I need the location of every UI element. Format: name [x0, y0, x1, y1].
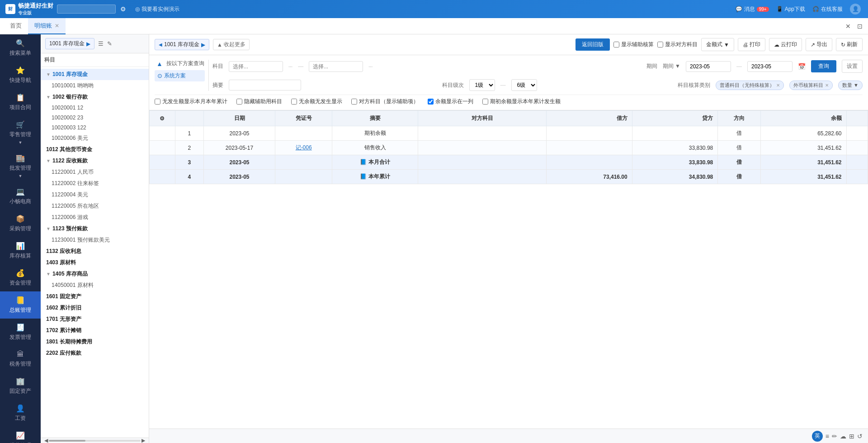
tab-close-all-btn[interactable]: ✕	[844, 21, 853, 32]
sidebar-item-inventory[interactable]: 📊 库存核算	[0, 237, 41, 264]
no-balance2-checkbox[interactable]: 无余额无发生显示	[291, 98, 342, 105]
tree-node-11220002[interactable]: 11220002 往来标签	[41, 178, 149, 189]
return-old-btn[interactable]: 返回旧版	[576, 38, 610, 51]
company-input[interactable]	[57, 5, 116, 14]
no-balance-checkbox[interactable]: 无发生额显示本月本年累计	[155, 98, 227, 105]
bottom-btn-translate[interactable]: 英	[812, 431, 823, 442]
app-download-btn[interactable]: 📱 App下载	[776, 5, 805, 13]
tree-node-1122[interactable]: ▼ 1122 应收账款	[41, 155, 149, 167]
tree-node-10010001[interactable]: 10010001 哟哟哟	[41, 80, 149, 91]
show-aux-checkbox[interactable]: 显示辅助核算	[613, 41, 654, 48]
period-start-input[interactable]	[686, 61, 731, 72]
tree-node-1702[interactable]: 1702 累计摊销	[41, 325, 149, 336]
category-tag-2[interactable]: 外币核算科目✕	[789, 81, 833, 90]
settings-icon-btn[interactable]: ⚙	[118, 4, 128, 14]
demo-link[interactable]: ◎ 我要看实例演示	[135, 5, 179, 13]
amount-style-btn[interactable]: 金额式 ▼	[701, 38, 734, 51]
tree-node-10020002[interactable]: 10020002 23	[41, 113, 149, 123]
hide-aux-checkbox[interactable]: 隐藏辅助用科目	[236, 98, 282, 105]
filter-collapse-btn[interactable]: ▲	[155, 60, 165, 67]
show-opposite-checkbox[interactable]: 显示对方科目	[657, 41, 698, 48]
category-tag-1-close[interactable]: ✕	[776, 83, 780, 88]
bottom-btn-menu[interactable]: ≡	[826, 433, 829, 440]
level-from-select[interactable]: 1级2级3级	[469, 79, 495, 91]
sidebar-item-search[interactable]: 🔍 搜索菜单	[0, 34, 41, 62]
level-to-select[interactable]: 6级5级4级	[511, 79, 537, 91]
category-tag-2-close[interactable]: ✕	[825, 83, 829, 88]
sidebar-item-assets[interactable]: 🏢 固定资产	[0, 372, 41, 400]
tree-node-11220005[interactable]: 11220005 所在地区	[41, 200, 149, 212]
tab-expand-btn[interactable]: ⊡	[855, 21, 864, 32]
refresh-btn[interactable]: ↻ 刷新	[836, 38, 863, 51]
tree-node-11220004[interactable]: 11220004 美元	[41, 189, 149, 200]
tree-node-1001[interactable]: ▼ 1001 库存现金	[41, 69, 149, 80]
show-opp-input[interactable]	[351, 99, 357, 105]
tree-node-2202[interactable]: 2202 应付账款	[41, 348, 149, 359]
calendar-icon1[interactable]: 📅	[798, 63, 806, 70]
quantity-tag[interactable]: 数量 ▼	[838, 81, 863, 90]
no-balance2-input[interactable]	[291, 99, 297, 105]
tree-node-1012[interactable]: 1012 其他货币资金	[41, 144, 149, 155]
bottom-btn-cloud[interactable]: ☁	[840, 433, 846, 440]
more-btn[interactable]: ▲ 收起更多	[213, 39, 250, 50]
account-filter-input2[interactable]	[309, 61, 363, 72]
tree-node-1123[interactable]: ▼ 1123 预付账款	[41, 223, 149, 234]
sidebar-item-wholesale[interactable]: 🏬 批发管理 ▼	[0, 149, 41, 183]
tree-node-11220001[interactable]: 11220001 人民币	[41, 167, 149, 178]
period-balance-input[interactable]	[482, 99, 488, 105]
tree-node-1602[interactable]: 1602 累计折旧	[41, 302, 149, 314]
sidebar-item-capital[interactable]: 💰 资金管理	[0, 264, 41, 291]
voucher-link[interactable]: 记-006	[296, 144, 312, 151]
category-tag-1[interactable]: 普通科目（无特殊核算）✕	[716, 81, 784, 90]
sidebar-item-biz[interactable]: 📈 经营管理	[0, 427, 41, 443]
show-opp-checkbox[interactable]: 对方科目（显示辅助项）	[351, 98, 419, 105]
tree-node-11220006[interactable]: 11220006 游戏	[41, 212, 149, 223]
query-btn[interactable]: 查询	[811, 60, 836, 72]
sidebar-item-retail[interactable]: 🛒 零售管理 ▼	[0, 116, 41, 149]
sidebar-item-ecom[interactable]: 💻 小畅电商	[0, 183, 41, 210]
col-settings[interactable]: ⚙	[150, 111, 175, 126]
sidebar-item-tax[interactable]: 🏛 税务管理	[0, 346, 41, 372]
tree-node-1601[interactable]: 1601 固定资产	[41, 291, 149, 302]
account-filter-input[interactable]	[229, 61, 283, 72]
bottom-btn-grid[interactable]: ⊞	[849, 433, 854, 440]
tab-ledger[interactable]: 明细账 ✕	[28, 18, 66, 34]
user-btn[interactable]: 👤	[850, 4, 863, 14]
online-service-btn[interactable]: 🎧 在线客服	[812, 5, 843, 13]
show-opposite-input[interactable]	[657, 42, 663, 48]
bottom-btn-edit[interactable]: ✏	[832, 433, 837, 440]
tree-node-14050001[interactable]: 14050001 原材料	[41, 280, 149, 291]
sidebar-item-invoice[interactable]: 🧾 发票管理	[0, 319, 41, 346]
tree-node-1002[interactable]: ▼ 1002 银行存款	[41, 91, 149, 103]
hide-aux-input[interactable]	[236, 99, 242, 105]
tree-edit-btn[interactable]: ✎	[106, 39, 113, 48]
sidebar-item-gl[interactable]: 📒 总账管理	[0, 291, 41, 319]
print-btn[interactable]: 🖨 打印	[738, 38, 765, 51]
no-balance-input[interactable]	[155, 99, 160, 105]
tree-node-10020006[interactable]: 10020006 美元	[41, 133, 149, 144]
sidebar-item-salary[interactable]: 👤 工资	[0, 400, 41, 427]
export-btn[interactable]: ↗ 导出	[806, 38, 832, 51]
tree-node-10020001[interactable]: 10020001 12	[41, 103, 149, 113]
tree-scrollbar[interactable]	[49, 440, 141, 442]
tree-scroll-left-btn[interactable]: ◀	[43, 437, 49, 443]
tree-node-1701[interactable]: 1701 无形资产	[41, 314, 149, 325]
sidebar-item-quicknav[interactable]: ⭐ 快捷导航	[0, 62, 41, 89]
tree-node-10020003[interactable]: 10020003 122	[41, 123, 149, 133]
summary-input[interactable]	[229, 80, 301, 91]
bottom-btn-refresh[interactable]: ↺	[857, 433, 863, 440]
tree-scroll-right-btn[interactable]: ▶	[141, 437, 146, 443]
tree-list-view-btn[interactable]: ☰	[97, 39, 104, 48]
row2-voucher[interactable]: 记-006	[275, 141, 332, 155]
show-aux-input[interactable]	[613, 42, 619, 48]
balance-one-col-checkbox[interactable]: 余额显示在一列	[428, 98, 473, 105]
period-end-input[interactable]	[747, 61, 793, 72]
sidebar-item-purchase[interactable]: 📦 采购管理	[0, 210, 41, 237]
tab-ledger-close[interactable]: ✕	[55, 23, 59, 29]
system-scheme-item[interactable]: ⊙ 系统方案	[155, 70, 205, 81]
tree-node-1403[interactable]: 1403 原材料	[41, 257, 149, 268]
balance-one-col-input[interactable]	[428, 99, 434, 105]
tree-node-1801[interactable]: 1801 长期待摊费用	[41, 336, 149, 348]
message-btn[interactable]: 💬 消息 99+	[736, 5, 769, 13]
filter-settings-btn[interactable]: 设置	[842, 60, 863, 73]
